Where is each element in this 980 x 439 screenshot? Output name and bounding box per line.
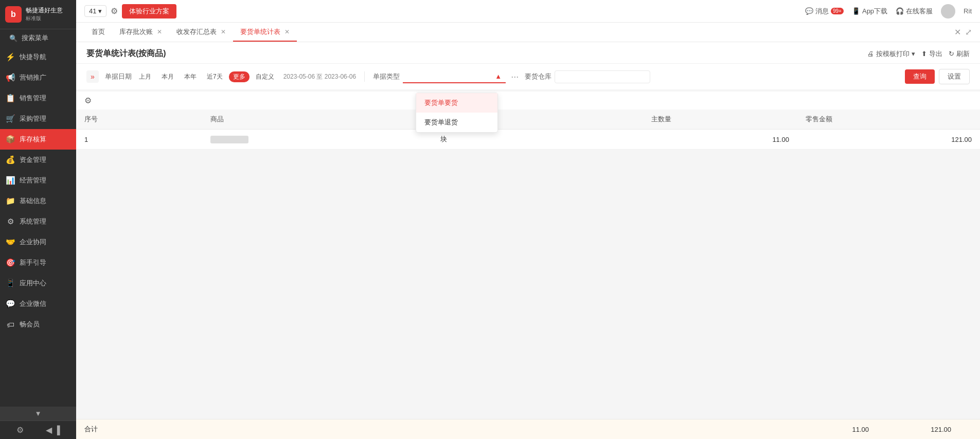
more-dates-btn[interactable]: 更多 bbox=[229, 71, 250, 82]
tab-close-order-summary[interactable]: ✕ bbox=[284, 28, 290, 35]
message-button[interactable]: 💬 消息 99+ bbox=[805, 7, 844, 16]
cell-amount: 121.00 bbox=[797, 130, 980, 150]
trial-button[interactable]: 体验行业方案 bbox=[122, 4, 176, 19]
close-tab-button[interactable]: ✕ bbox=[954, 27, 961, 37]
nav-icon-member: 🏷 bbox=[5, 319, 15, 330]
print-icon: 🖨 bbox=[867, 50, 874, 58]
tab-close-delivery-summary[interactable]: ✕ bbox=[221, 28, 226, 35]
maximize-tab-button[interactable]: ⤢ bbox=[965, 27, 972, 37]
tab-home[interactable]: 首页 bbox=[84, 23, 112, 42]
footer-total-label: 合计 bbox=[84, 425, 98, 433]
user-avatar[interactable] bbox=[941, 4, 955, 19]
filter-expand-button[interactable]: » bbox=[86, 70, 99, 83]
chevron-down-icon: ▾ bbox=[912, 50, 915, 58]
type-more-btn[interactable]: ··· bbox=[511, 71, 519, 82]
page-content: 要货单统计表(按商品) 🖨 按模板打印 ▾ ⬆ 导出 ↻ 刷新 » bbox=[76, 42, 980, 439]
tab-close-batch-account[interactable]: ✕ bbox=[157, 28, 162, 35]
this-year-btn[interactable]: 本年 bbox=[180, 71, 201, 83]
last-month-btn[interactable]: 上月 bbox=[135, 71, 155, 83]
username-label: Rit bbox=[964, 7, 972, 15]
col-goods: 商品 bbox=[202, 109, 432, 130]
footer-qty: 11.00 bbox=[817, 426, 869, 433]
customer-service-button[interactable]: 🎧 在线客服 bbox=[896, 7, 933, 16]
page-header: 要货单统计表(按商品) 🖨 按模板打印 ▾ ⬆ 导出 ↻ 刷新 bbox=[76, 42, 980, 63]
sidebar-collapse-button[interactable]: ◀ ▐ bbox=[46, 425, 60, 435]
sidebar-item-guide[interactable]: 🎯 新手引导 bbox=[0, 252, 76, 273]
search-icon: 🔍 bbox=[9, 34, 17, 42]
tab-label-home: 首页 bbox=[92, 27, 105, 36]
sidebar-search[interactable]: 🔍 搜索菜单 bbox=[0, 29, 76, 47]
sidebar-item-wechat[interactable]: 💬 企业微信 bbox=[0, 294, 76, 314]
nav-label-member: 畅会员 bbox=[20, 320, 40, 329]
sidebar-item-operation[interactable]: 📊 经营管理 bbox=[0, 170, 76, 191]
dropdown-item-return[interactable]: 要货单退货 bbox=[416, 113, 497, 132]
tab-batch-account[interactable]: 库存批次账✕ bbox=[112, 23, 169, 42]
export-button[interactable]: ⬆ 导出 bbox=[921, 49, 942, 59]
nav-label-finance: 资金管理 bbox=[20, 155, 46, 164]
sidebar-logo-text: 畅捷通好生意 标准版 bbox=[26, 7, 63, 22]
filter-bar: » 单据日期 上月 本月 本年 近7天 更多 自定义 2023-05-06 至 … bbox=[76, 63, 980, 89]
tab-label-batch-account: 库存批次账 bbox=[119, 27, 153, 36]
this-month-btn[interactable]: 本月 bbox=[157, 71, 178, 83]
main-area: 41 ▾ ⚙ 体验行业方案 💬 消息 99+ 📱 App下载 🎧 在线客服 Ri… bbox=[76, 0, 980, 439]
print-button[interactable]: 🖨 按模板打印 ▾ bbox=[867, 49, 915, 59]
store-selector[interactable]: 41 ▾ bbox=[84, 5, 106, 17]
tab-order-summary[interactable]: 要货单统计表✕ bbox=[233, 23, 297, 42]
warehouse-filter-group: 要货仓库 bbox=[525, 70, 650, 83]
sidebar-item-inventory[interactable]: 📦 库存核算 bbox=[0, 129, 76, 150]
col-seq: 序号 bbox=[76, 109, 202, 130]
dropdown-item-purchase[interactable]: 要货单要货 bbox=[416, 93, 497, 113]
filter-actions: 查询 设置 bbox=[905, 69, 970, 84]
sidebar-item-finance[interactable]: 💰 资金管理 bbox=[0, 150, 76, 170]
type-select[interactable]: ▲ bbox=[403, 70, 506, 83]
nav-icon-purchase: 🛒 bbox=[5, 114, 15, 124]
column-settings-button[interactable]: ⚙ bbox=[84, 96, 92, 105]
date-label: 单据日期 bbox=[105, 72, 132, 81]
nav-label-basic: 基础信息 bbox=[20, 196, 46, 206]
export-icon: ⬆ bbox=[921, 50, 927, 58]
nav-label-quick-nav: 快捷导航 bbox=[20, 52, 46, 62]
type-filter-group: 单据类型 ▲ ··· bbox=[373, 70, 519, 83]
topbar-right: 💬 消息 99+ 📱 App下载 🎧 在线客服 Rit bbox=[805, 4, 972, 19]
nav-label-operation: 经营管理 bbox=[20, 176, 46, 185]
sidebar-item-basic[interactable]: 📁 基础信息 bbox=[0, 191, 76, 211]
tab-delivery-summary[interactable]: 收发存汇总表✕ bbox=[169, 23, 233, 42]
last-7-days-btn[interactable]: 近7天 bbox=[203, 71, 227, 83]
filter-divider-1 bbox=[364, 71, 365, 82]
sidebar-scroll-down[interactable]: ▼ bbox=[0, 407, 76, 420]
settings-icon[interactable]: ⚙ bbox=[111, 6, 118, 16]
sidebar-item-sales[interactable]: 📋 销售管理 bbox=[0, 88, 76, 108]
query-button[interactable]: 查询 bbox=[905, 69, 935, 84]
topbar: 41 ▾ ⚙ 体验行业方案 💬 消息 99+ 📱 App下载 🎧 在线客服 Ri… bbox=[76, 0, 980, 23]
nav-icon-basic: 📁 bbox=[5, 196, 15, 206]
custom-date-btn[interactable]: 自定义 bbox=[252, 71, 278, 83]
warehouse-input[interactable] bbox=[555, 70, 650, 83]
sidebar-item-purchase[interactable]: 🛒 采购管理 bbox=[0, 108, 76, 129]
nav-icon-wechat: 💬 bbox=[5, 299, 15, 309]
footer-amount: 121.00 bbox=[900, 426, 951, 433]
tabs-bar: 首页库存批次账✕收发存汇总表✕要货单统计表✕ ✕ ⤢ bbox=[76, 23, 980, 42]
type-select-arrow: ▲ bbox=[495, 72, 502, 80]
cell-qty: 11.00 bbox=[643, 130, 797, 150]
sidebar-item-enterprise[interactable]: 🤝 企业协同 bbox=[0, 232, 76, 252]
table-row: 1 ████████ 块 11.00 121.00 bbox=[76, 130, 980, 150]
sidebar-nav: ⚡ 快捷导航 📢 营销推广 📋 销售管理 🛒 采购管理 📦 库存核算 💰 资金管… bbox=[0, 47, 76, 407]
table-body: 1 ████████ 块 11.00 121.00 bbox=[76, 130, 980, 150]
refresh-button[interactable]: ↻ 刷新 bbox=[949, 49, 970, 59]
sidebar-item-quick-nav[interactable]: ⚡ 快捷导航 bbox=[0, 47, 76, 67]
nav-label-enterprise: 企业协同 bbox=[20, 237, 46, 247]
sidebar-item-app-center[interactable]: 📱 应用中心 bbox=[0, 273, 76, 294]
settings-button[interactable]: ⚙ bbox=[16, 425, 24, 435]
nav-label-guide: 新手引导 bbox=[20, 258, 46, 267]
sidebar-item-marketing[interactable]: 📢 营销推广 bbox=[0, 67, 76, 88]
topbar-left: 41 ▾ ⚙ 体验行业方案 bbox=[84, 4, 799, 19]
app-download-button[interactable]: 📱 App下载 bbox=[852, 7, 887, 16]
sidebar-item-member[interactable]: 🏷 畅会员 bbox=[0, 314, 76, 335]
nav-icon-system: ⚙ bbox=[5, 216, 15, 227]
sidebar-item-system[interactable]: ⚙ 系统管理 bbox=[0, 211, 76, 232]
date-shortcuts: 上月 本月 本年 近7天 更多 自定义 bbox=[135, 71, 278, 83]
warehouse-label: 要货仓库 bbox=[525, 72, 551, 81]
nav-label-system: 系统管理 bbox=[20, 217, 46, 226]
tab-label-delivery-summary: 收发存汇总表 bbox=[176, 27, 217, 36]
set-button[interactable]: 设置 bbox=[939, 69, 970, 84]
